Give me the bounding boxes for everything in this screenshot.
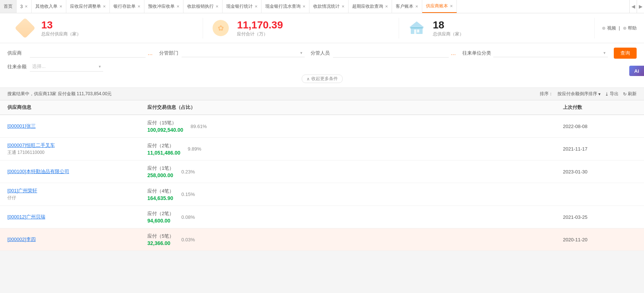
supplier-input[interactable] xyxy=(30,49,146,58)
supplier-name-1[interactable]: [000007]恒旺二手叉车 xyxy=(7,142,147,149)
supplier-col-1: [000007]恒旺二手叉车 王通 17106110000 xyxy=(7,142,147,156)
collapse-label: 收起更多条件 xyxy=(311,76,338,82)
category-select[interactable]: ▾ xyxy=(493,49,608,57)
transaction-col-1: 应付（2笔） 11,051,486.00 9.89% xyxy=(147,142,563,156)
export-label: 导出 xyxy=(610,91,619,97)
nav-cash-flow-label: 现金银行流水查询 xyxy=(265,3,301,10)
svg-rect-4 xyxy=(410,27,423,28)
filter-supplier: 供应商 … xyxy=(7,49,153,58)
nav-other-income[interactable]: 其他收入单 ✕ xyxy=(32,0,66,13)
nav-other-income-close[interactable]: ✕ xyxy=(59,4,62,8)
nav-prepaid-close[interactable]: ✕ xyxy=(176,4,179,8)
nav-prepaid[interactable]: 预收冲应收单 ✕ xyxy=(144,0,183,13)
nav-overdue-ar-close[interactable]: ✕ xyxy=(385,4,388,8)
nav-receipt-stat-close[interactable]: ✕ xyxy=(342,4,344,8)
filter-row-1: 供应商 … 分管部门 ▾ 分管人员 … 往来单位分类 xyxy=(7,48,637,59)
trans-percent-3: 0.15% xyxy=(181,192,195,197)
supplier-sub-1: 王通 17106110000 xyxy=(7,149,147,156)
nav-receipt-verify[interactable]: 收款核销执行 ✕ xyxy=(183,0,223,13)
department-select[interactable]: ▾ xyxy=(182,49,305,57)
nav-prev-btn[interactable]: ◀ xyxy=(629,0,637,13)
top-right-links: ⊙ 视频 | ⊙ 帮助 xyxy=(595,25,637,31)
nav-customer-ledger[interactable]: 客户账本 ✕ xyxy=(392,0,422,13)
nav-supplier-ledger-close[interactable]: ✕ xyxy=(450,4,453,8)
summary-icon-2: ✿ xyxy=(210,18,231,38)
trans-label-5: 应付（5笔） xyxy=(147,233,174,239)
lastpay-col-4: 2021-03-25 xyxy=(563,214,637,220)
nav-next-btn[interactable]: ▶ xyxy=(637,0,644,13)
nav-cash-bank-stat-close[interactable]: ✕ xyxy=(255,4,258,8)
refresh-icon: ↻ xyxy=(623,92,627,97)
lastpay-date-0: 2022-08-08 xyxy=(563,124,588,129)
trans-label-1: 应付（2笔） xyxy=(147,142,181,149)
query-button[interactable]: 查询 xyxy=(614,48,637,59)
nav-home[interactable]: 首页 xyxy=(0,0,17,13)
total-payable-suppliers: 13 xyxy=(41,19,81,31)
sort-label: 排序： xyxy=(540,91,553,97)
supplier-dots-icon[interactable]: … xyxy=(148,50,153,56)
trans-amount-4[interactable]: 94,600.00 xyxy=(147,218,174,224)
supplier-name-2[interactable]: [000100]本特勤油品有限公司 xyxy=(7,168,147,175)
balance-select[interactable]: 选择... ▾ xyxy=(30,62,103,72)
trans-amount-3[interactable]: 164,635.90 xyxy=(147,195,174,201)
col-header-transaction: 应付交易信息（占比） xyxy=(147,104,563,111)
nav-receipt-verify-close[interactable]: ✕ xyxy=(216,4,218,8)
trans-detail-1: 应付（2笔） 11,051,486.00 xyxy=(147,142,181,156)
trans-amount-2[interactable]: 258,000.00 xyxy=(147,172,174,178)
transaction-info-4: 应付（2笔） 94,600.00 0.08% xyxy=(147,210,563,224)
svg-rect-3 xyxy=(417,30,419,32)
person-input[interactable] xyxy=(333,49,449,58)
filter-balance: 往来余额 选择... ▾ xyxy=(7,62,103,72)
summary-text-3: 18 总供应商（家） xyxy=(433,19,464,38)
trans-amount-5[interactable]: 32,366.00 xyxy=(147,240,174,246)
result-bar: 搜索结果中，供应商13家 应付金额 111,703,854.00元 排序： 按应… xyxy=(0,88,644,100)
nav-receipt-stat[interactable]: 收款情况统计 ✕ xyxy=(309,0,349,13)
supplier-col-4: [000012]广州贝瑞 xyxy=(7,214,147,220)
supplier-name-3[interactable]: [001]广州荣轩 xyxy=(7,187,147,194)
collapse-button[interactable]: ∧ 收起更多条件 xyxy=(302,75,343,83)
balance-filter-label: 往来余额 xyxy=(7,63,28,70)
filter-bar: 供应商 … 分管部门 ▾ 分管人员 … 往来单位分类 xyxy=(0,43,644,88)
filter-category: 往来单位分类 ▾ xyxy=(462,49,608,57)
trans-detail-4: 应付（2笔） 94,600.00 xyxy=(147,210,174,224)
lastpay-col-2: 2023-01-30 xyxy=(563,169,637,175)
supplier-name-5[interactable]: [000002]李四 xyxy=(7,236,147,243)
help-link[interactable]: ⊙ 帮助 xyxy=(623,25,637,31)
lastpay-date-1: 2021-11-17 xyxy=(563,146,588,152)
page-container: 首页 3 ✕ 其他收入单 ✕ 应收应付调整单 ✕ 银行存款单 ✕ 预收冲应收单 … xyxy=(0,0,644,293)
nav-tab3[interactable]: 3 ✕ xyxy=(17,0,32,13)
nav-cash-flow-close[interactable]: ✕ xyxy=(302,4,305,8)
nav-customer-ledger-close[interactable]: ✕ xyxy=(415,4,418,8)
video-link[interactable]: ⊙ 视频 xyxy=(602,25,616,31)
supplier-col-5: [000002]李四 xyxy=(7,236,147,243)
nav-tab3-close[interactable]: ✕ xyxy=(25,4,28,8)
export-button[interactable]: ⤓ 导出 xyxy=(605,91,619,97)
result-summary-text: 搜索结果中，供应商13家 应付金额 111,703,854.00元 xyxy=(7,91,112,97)
refresh-button[interactable]: ↻ 刷新 xyxy=(623,91,637,97)
supplier-name-4[interactable]: [000012]广州贝瑞 xyxy=(7,214,147,220)
trans-amount-1[interactable]: 11,051,486.00 xyxy=(147,150,181,156)
nav-bank-deposit[interactable]: 银行存款单 ✕ xyxy=(110,0,144,13)
lastpay-col-0: 2022-08-08 xyxy=(563,124,637,129)
person-dots-icon[interactable]: … xyxy=(451,50,456,56)
nav-ar-ap-adjust-close[interactable]: ✕ xyxy=(103,4,106,8)
col-header-supplier: 供应商信息 xyxy=(7,104,147,111)
summary-bar: 13 总应付供应商（家） ✿ 11,170.39 应付合计（万） xyxy=(0,13,644,43)
nav-cash-bank-stat[interactable]: 现金银行统计 ✕ xyxy=(223,0,262,13)
supplier-name-0[interactable]: [000001]张三 xyxy=(7,123,147,130)
nav-cash-flow[interactable]: 现金银行流水查询 ✕ xyxy=(262,0,309,13)
table-row: [000001]张三 应付（15笔） 100,092,540.00 89.61%… xyxy=(0,115,644,138)
trans-amount-0[interactable]: 100,092,540.00 xyxy=(147,127,183,133)
nav-receipt-stat-label: 收款情况统计 xyxy=(313,3,340,10)
nav-bank-deposit-label: 银行存款单 xyxy=(113,3,136,10)
trans-detail-0: 应付（15笔） 100,092,540.00 xyxy=(147,120,183,133)
nav-bank-deposit-close[interactable]: ✕ xyxy=(137,4,140,8)
nav-ar-ap-adjust[interactable]: 应收应付调整单 ✕ xyxy=(66,0,110,13)
collapse-bar: ∧ 收起更多条件 xyxy=(7,75,637,83)
transaction-col-2: 应付（1笔） 258,000.00 0.23% xyxy=(147,165,563,178)
summary-card-1: 13 总应付供应商（家） xyxy=(7,18,203,38)
sort-select[interactable]: 按应付余额倒序排序 ▾ xyxy=(557,91,601,97)
ai-badge-button[interactable]: Ai xyxy=(629,66,644,76)
nav-overdue-ar[interactable]: 超期应收款查询 ✕ xyxy=(349,0,392,13)
nav-supplier-ledger[interactable]: 供应商账本 ✕ xyxy=(422,0,457,13)
